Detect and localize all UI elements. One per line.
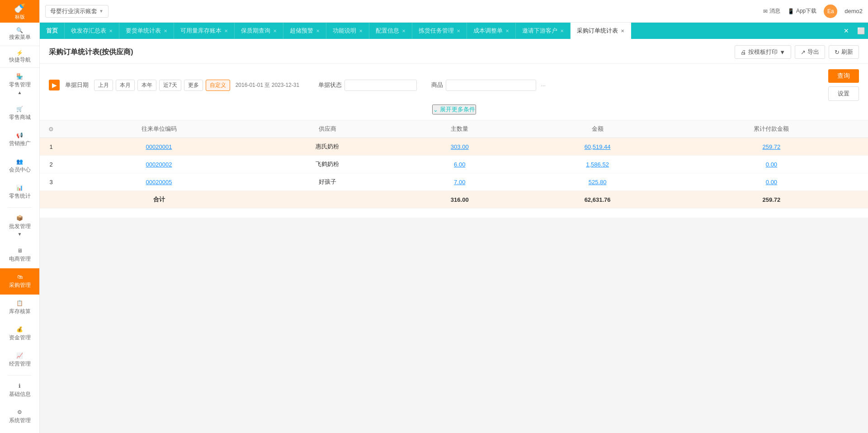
sidebar-item-retail-mgmt[interactable]: 🏪 零售管理 ▲ xyxy=(0,68,39,100)
amount-link[interactable]: 60,519.44 xyxy=(585,143,611,150)
sidebar-item-marketing[interactable]: 📢 营销推广 xyxy=(0,127,39,153)
paid-link[interactable]: 0.00 xyxy=(766,161,777,168)
code-link[interactable]: 00020001 xyxy=(146,143,172,150)
tab-function-desc-close[interactable]: ✕ xyxy=(359,29,363,33)
close-tab-btn[interactable]: ✕ xyxy=(839,23,854,39)
tab-invite-downstream-close[interactable]: ✕ xyxy=(560,29,564,33)
tab-home[interactable]: 首页 xyxy=(40,23,65,39)
date-btn-this-month[interactable]: 本月 xyxy=(116,80,135,91)
sidebar-item-inventory[interactable]: 📋 库存核算 xyxy=(0,295,39,321)
template-print-button[interactable]: 🖨 按模板打印 ▼ xyxy=(735,45,791,59)
qty-link[interactable]: 6.00 xyxy=(454,161,465,168)
code-link[interactable]: 00020002 xyxy=(146,161,172,168)
amount-link[interactable]: 525.80 xyxy=(589,179,607,186)
username-label[interactable]: demo2 xyxy=(844,8,863,14)
tab-cost-adjust[interactable]: 成本调整单 ✕ xyxy=(467,23,516,39)
topbar-right: ✉ 消息 📱 App下载 Ea demo2 xyxy=(763,5,863,18)
date-btn-7days[interactable]: 近7天 xyxy=(159,80,181,91)
tab-cost-adjust-close[interactable]: ✕ xyxy=(505,29,509,33)
maximize-btn[interactable]: ⬜ xyxy=(854,23,868,39)
date-btn-more[interactable]: 更多 xyxy=(184,80,203,91)
paid-link[interactable]: 0.00 xyxy=(766,179,777,186)
refresh-button[interactable]: ↻ 刷新 xyxy=(829,45,859,59)
tab-picking-task-close[interactable]: ✕ xyxy=(457,29,460,33)
tab-picking-task[interactable]: 拣货任务管理 ✕ xyxy=(412,23,467,39)
member-icon: 👥 xyxy=(16,158,23,165)
tab-goods-stats[interactable]: 要货单统计表 ✕ xyxy=(119,23,174,39)
tab-function-desc[interactable]: 功能说明 ✕ xyxy=(326,23,369,39)
sidebar-marketing-label: 营销推广 xyxy=(9,140,31,148)
tab-config-info-close[interactable]: ✕ xyxy=(402,29,406,33)
refresh-label: 刷新 xyxy=(841,48,853,56)
topbar: 母婴行业演示账套 ▼ ✉ 消息 📱 App下载 Ea demo2 xyxy=(40,0,868,23)
settings-button[interactable]: 设置 xyxy=(828,86,859,101)
retail-store-icon: 🛒 xyxy=(16,106,23,112)
query-button[interactable]: 查询 xyxy=(828,69,859,83)
chevron-down-icon: ▲ xyxy=(18,90,22,95)
tab-shelf-life[interactable]: 保质期查询 ✕ xyxy=(235,23,283,39)
tab-available-inventory-close[interactable]: ✕ xyxy=(224,29,228,33)
data-table: ⚙ 往来单位编码 供应商 主数量 金额 累计付款金额 1 00020001 惠氏… xyxy=(40,120,868,209)
code-link[interactable]: 00020005 xyxy=(146,179,172,186)
tab-purchase-stats[interactable]: 采购订单统计表 ✕ xyxy=(571,23,631,39)
row-qty: 303.00 xyxy=(399,138,520,156)
tab-available-inventory[interactable]: 可用量库存账本 ✕ xyxy=(174,23,235,39)
tab-config-info-label: 配置信息 xyxy=(376,27,399,35)
sidebar-item-ecommerce[interactable]: 🖥 电商管理 xyxy=(0,242,39,268)
app-download-button[interactable]: 📱 App下载 xyxy=(788,7,816,15)
goods-more-icon[interactable]: ··· xyxy=(541,82,546,89)
paid-link[interactable]: 259.72 xyxy=(763,143,781,150)
status-select[interactable] xyxy=(344,80,417,91)
tab-purchase-stats-close[interactable]: ✕ xyxy=(621,29,624,33)
date-btn-custom[interactable]: 自定义 xyxy=(206,80,230,91)
tab-config-info[interactable]: 配置信息 ✕ xyxy=(369,23,412,39)
sidebar-item-retail-store[interactable]: 🛒 零售商城 xyxy=(0,100,39,127)
user-avatar[interactable]: Ea xyxy=(824,5,837,18)
expand-icon: ▼ xyxy=(18,232,22,237)
sidebar-wholesale-label: 批发管理 xyxy=(9,223,31,230)
qty-link[interactable]: 303.00 xyxy=(451,143,469,150)
footer-amount: 62,631.76 xyxy=(520,191,675,209)
sidebar-item-search[interactable]: 🔍 搜索菜单 xyxy=(0,23,39,46)
sidebar-item-basic-info[interactable]: ℹ 基础信息 xyxy=(0,377,39,404)
amount-link[interactable]: 1,586.52 xyxy=(586,161,609,168)
row-paid: 259.72 xyxy=(675,138,868,156)
app-download-label: App下载 xyxy=(796,7,816,15)
qty-link[interactable]: 7.00 xyxy=(454,179,465,186)
table-header-row: ⚙ 往来单位编码 供应商 主数量 金额 累计付款金额 xyxy=(40,120,868,138)
tab-receive-send-label: 收发存汇总表 xyxy=(71,27,106,35)
date-btn-this-year[interactable]: 本年 xyxy=(137,80,156,91)
date-btn-last-month[interactable]: 上月 xyxy=(94,80,113,91)
page-content: 采购订单统计表(按供应商) 🖨 按模板打印 ▼ ↗ 导出 ↻ 刷新 xyxy=(40,39,868,433)
row-qty: 6.00 xyxy=(399,156,520,173)
tab-shelf-life-close[interactable]: ✕ xyxy=(273,29,277,33)
sidebar-item-operations[interactable]: 📈 经营管理 xyxy=(0,347,39,373)
template-dropdown-arrow: ▼ xyxy=(779,49,785,56)
account-dropdown[interactable]: 母婴行业演示账套 ▼ xyxy=(45,5,108,18)
sidebar-item-wholesale[interactable]: 📦 批发管理 ▼ xyxy=(0,209,39,242)
expand-more-button[interactable]: ⌄ 展开更多条件 xyxy=(432,105,476,114)
export-button[interactable]: ↗ 导出 xyxy=(795,45,825,59)
message-button[interactable]: ✉ 消息 xyxy=(763,7,780,15)
filter-toggle-button[interactable]: ▶ xyxy=(49,80,60,90)
page-header-actions: 🖨 按模板打印 ▼ ↗ 导出 ↻ 刷新 xyxy=(735,45,859,59)
tab-home-label: 首页 xyxy=(46,27,58,35)
goods-input[interactable] xyxy=(446,80,536,91)
tab-receive-send-close[interactable]: ✕ xyxy=(109,29,113,33)
inventory-icon: 📋 xyxy=(16,300,23,306)
sidebar-item-quick-nav[interactable]: ⚡ 快捷导航 xyxy=(0,46,39,68)
sidebar-item-system[interactable]: ⚙ 系统管理 xyxy=(0,404,39,430)
sidebar-item-retail-stats[interactable]: 📊 零售统计 xyxy=(0,179,39,205)
sidebar-item-purchase[interactable]: 🛍 采购管理 xyxy=(0,268,39,295)
sidebar-item-finance[interactable]: 💰 资金管理 xyxy=(0,321,39,347)
tab-overstock[interactable]: 超储预警 ✕ xyxy=(283,23,326,39)
tab-overstock-close[interactable]: ✕ xyxy=(316,29,320,33)
tab-invite-downstream[interactable]: 邀请下游客户 ✕ xyxy=(516,23,571,39)
row-amount: 525.80 xyxy=(520,173,675,191)
tab-receive-send[interactable]: 收发存汇总表 ✕ xyxy=(65,23,119,39)
sidebar-item-member[interactable]: 👥 会员中心 xyxy=(0,153,39,179)
table-container: ⚙ 往来单位编码 供应商 主数量 金额 累计付款金额 1 00020001 惠氏… xyxy=(40,120,868,218)
tab-goods-stats-close[interactable]: ✕ xyxy=(164,29,167,33)
sidebar-item-enterprise[interactable]: 🤝 企业协同 xyxy=(0,430,39,433)
gear-icon[interactable]: ⚙ xyxy=(48,126,54,133)
